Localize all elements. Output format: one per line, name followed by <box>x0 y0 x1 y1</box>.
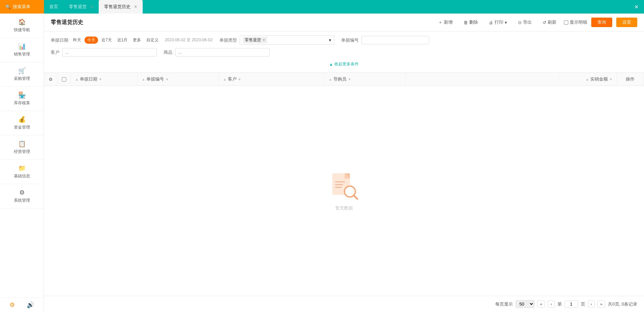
svg-line-7 <box>354 195 357 199</box>
sidebar-item-management-label: 经营管理 <box>14 149 30 155</box>
select-all-checkbox[interactable] <box>62 77 66 82</box>
set-button[interactable]: 设置 <box>616 18 637 27</box>
table-header: ⚙ ▲ 单据日期 ▼ ▲ 单据编号 ▼ ▲ 客户 ▼ <box>44 73 644 86</box>
prev-page-button[interactable]: ‹ <box>548 300 554 308</box>
sidebar-item-sales[interactable]: 📊 销售管理 <box>0 38 44 62</box>
bill-no-label: 单据编号 <box>341 37 359 43</box>
date-options: 昨天 今天 近7天 近1月 更多 自定义 <box>71 37 161 44</box>
sales-icon: 📊 <box>18 43 26 50</box>
export-icon: ⊙ <box>518 20 522 25</box>
date-today-btn[interactable]: 今天 <box>85 37 98 44</box>
sort-desc-icon-guide: ▼ <box>348 77 351 81</box>
sidebar-item-inventory-label: 库存核算 <box>14 100 30 106</box>
tab-home-label: 首页 <box>49 4 58 10</box>
content-area: 零售退货历史 ＋ 新增 🗑 删除 🖨 打印 ▾ ⊙ 导出 <box>44 14 644 312</box>
sort-asc-icon: ▲ <box>75 77 78 81</box>
window-close-button[interactable]: ✕ <box>629 4 644 10</box>
page-number-input[interactable] <box>565 300 578 308</box>
tab-retail-return-history[interactable]: 零售退货历史 ✕ <box>99 0 143 14</box>
date-more-btn[interactable]: 更多 <box>131 37 143 44</box>
print-arrow-icon: ▾ <box>505 20 507 25</box>
sidebar-item-finance-label: 资金管理 <box>14 125 30 130</box>
total-label: 共0页, 0条记录 <box>608 301 637 307</box>
bill-type-value: 零售退货 ✕ <box>243 37 329 43</box>
search-menu-button[interactable]: 🔍 搜索菜单 <box>0 0 44 14</box>
sidebar-item-quicknav[interactable]: 🏠 快捷导航 <box>0 14 44 38</box>
goods-input[interactable] <box>175 48 270 57</box>
sidebar-settings-icon[interactable]: ⚙ <box>9 301 15 309</box>
bill-type-filter: 单据类型 零售退货 ✕ ▾ <box>219 36 334 45</box>
collapse-label: 收起更多条件 <box>334 61 359 67</box>
sidebar-item-basic-info[interactable]: 📁 基础信息 <box>0 160 44 184</box>
th-billno[interactable]: ▲ 单据编号 ▼ <box>138 73 219 86</box>
sidebar-item-quicknav-label: 快捷导航 <box>14 27 30 33</box>
svg-rect-5 <box>335 187 342 188</box>
query-button[interactable]: 查询 <box>591 18 612 27</box>
first-page-button[interactable]: « <box>537 300 545 308</box>
bill-type-label: 单据类型 <box>219 37 237 43</box>
page-header: 零售退货历史 ＋ 新增 🗑 删除 🖨 打印 ▾ ⊙ 导出 <box>44 14 644 31</box>
bill-type-tag-close[interactable]: ✕ <box>262 38 265 42</box>
last-page-button[interactable]: » <box>597 300 605 308</box>
sidebar-item-management[interactable]: 📋 经营管理 <box>0 135 44 160</box>
date-custom-btn[interactable]: 自定义 <box>144 37 161 44</box>
sidebar-item-purchase[interactable]: 🛒 采购管理 <box>0 62 44 87</box>
table-area: ⚙ ▲ 单据日期 ▼ ▲ 单据编号 ▼ ▲ 客户 ▼ <box>44 73 644 296</box>
topbar: 🔍 搜索菜单 首页 零售退货 ✕ 零售退货历史 ✕ ✕ <box>0 0 644 14</box>
date-filter-label: 单据日期 <box>51 37 68 43</box>
th-amount[interactable]: ▲ 实销金额 ▼ <box>560 73 617 86</box>
date-range-display: 2023-06-02 至 2023-06-02 <box>165 37 212 43</box>
sort-asc-icon-billno: ▲ <box>142 77 145 81</box>
th-ops-label: 操作 <box>626 76 635 82</box>
sidebar-item-inventory[interactable]: 🏪 库存核算 <box>0 87 44 111</box>
th-customer[interactable]: ▲ 客户 ▼ <box>219 73 325 86</box>
collapse-conditions-button[interactable]: ▲ 收起更多条件 <box>51 60 637 68</box>
empty-svg-icon <box>329 171 359 201</box>
date-7days-btn[interactable]: 近7天 <box>99 37 114 44</box>
date-1month-btn[interactable]: 近1月 <box>115 37 130 44</box>
search-menu-label: 搜索菜单 <box>13 4 30 10</box>
customer-filter: 客户 <box>51 48 157 57</box>
page-title: 零售退货历史 <box>51 19 83 26</box>
delete-icon: 🗑 <box>463 20 468 25</box>
sidebar-sound-icon[interactable]: 🔊 <box>27 301 34 309</box>
bill-type-arrow: ▾ <box>329 38 331 43</box>
th-guide-label: 导购员 <box>333 76 347 82</box>
svg-rect-3 <box>335 181 345 182</box>
sort-asc-icon-amount: ▲ <box>586 77 589 81</box>
next-page-button[interactable]: › <box>588 300 595 308</box>
sidebar-item-finance[interactable]: 💰 资金管理 <box>0 111 44 135</box>
print-button[interactable]: 🖨 打印 ▾ <box>485 18 510 27</box>
tab-home[interactable]: 首页 <box>44 0 64 14</box>
tab-retail-return[interactable]: 零售退货 ✕ <box>64 0 99 14</box>
tab-retail-return-history-label: 零售退货历史 <box>104 4 130 10</box>
customer-label: 客户 <box>51 49 59 55</box>
bill-type-tag: 零售退货 ✕ <box>243 37 267 43</box>
th-guide[interactable]: ▲ 导购员 ▼ <box>325 73 406 86</box>
refresh-label: 刷新 <box>548 19 556 25</box>
page-size-select[interactable]: 20 50 100 200 <box>516 300 534 308</box>
bill-no-input[interactable] <box>361 36 429 44</box>
filter-row-2: 客户 商品 <box>51 48 637 57</box>
new-button[interactable]: ＋ 新增 <box>435 18 456 27</box>
display-detail-checkbox[interactable] <box>564 20 568 25</box>
bill-type-select[interactable]: 零售退货 ✕ ▾ <box>240 36 334 45</box>
sidebar-item-system[interactable]: ⚙ 系统管理 <box>0 184 44 208</box>
delete-button[interactable]: 🗑 删除 <box>460 18 481 27</box>
tab-retail-return-close[interactable]: ✕ <box>90 4 93 9</box>
collapse-up-icon: ▲ <box>329 62 333 67</box>
th-date[interactable]: ▲ 单据日期 ▼ <box>71 73 138 86</box>
th-customer-label: 客户 <box>228 76 237 82</box>
tab-retail-return-history-close[interactable]: ✕ <box>134 4 137 9</box>
sidebar-item-basic-info-label: 基础信息 <box>14 173 30 179</box>
customer-input[interactable] <box>62 48 157 57</box>
display-detail-toggle[interactable]: 显示明细 <box>564 19 587 25</box>
date-yesterday-btn[interactable]: 昨天 <box>71 37 83 44</box>
empty-state: 暂无数据 <box>44 86 644 296</box>
refresh-button[interactable]: ↺ 刷新 <box>539 18 560 27</box>
delete-label: 删除 <box>469 19 478 25</box>
th-checkbox[interactable] <box>57 74 71 85</box>
sort-desc-icon-amount: ▼ <box>609 77 613 81</box>
export-button[interactable]: ⊙ 导出 <box>515 18 535 27</box>
th-settings[interactable]: ⚙ <box>44 73 57 85</box>
